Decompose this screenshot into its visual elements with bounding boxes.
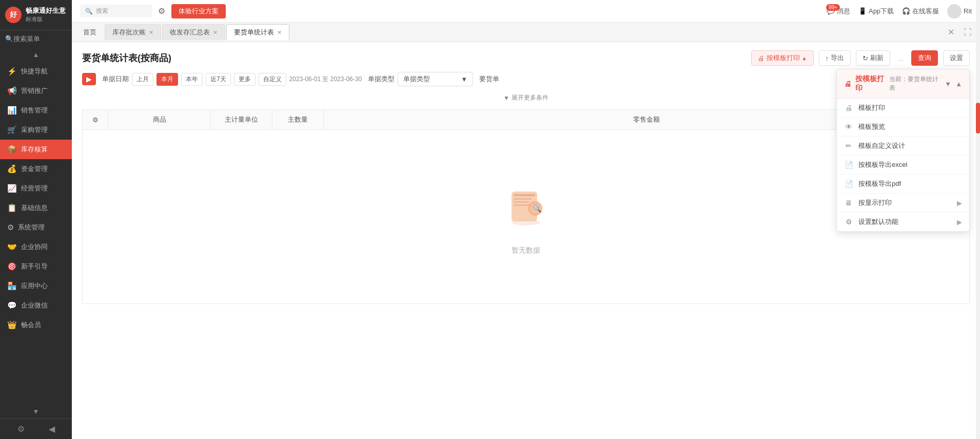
sidebar-item-basics[interactable]: 📋 基础信息: [0, 198, 72, 218]
sidebar-item-label: 企业微信: [21, 301, 48, 310]
date-custom-btn[interactable]: 自定义: [259, 73, 286, 86]
sidebar-item-label: 快捷导航: [21, 67, 48, 76]
col-unit: 主计量单位: [211, 110, 272, 129]
sidebar-item-member[interactable]: 👑 畅会员: [0, 315, 72, 335]
dropdown-sub-label: 设置默认功能: [858, 217, 898, 226]
sidebar-item-label: 资金管理: [21, 164, 48, 174]
more-actions-btn[interactable]: …: [895, 52, 906, 64]
sidebar-nav: ⚡ 快捷导航 📢 营销推广 📊 销售管理 🛒 采购管理 📦 库存核算 💰 资金管…: [0, 62, 72, 405]
sales-icon: 📊: [7, 106, 17, 115]
sidebar-item-apps[interactable]: 🏪 应用中心: [0, 276, 72, 296]
date-more-btn[interactable]: 更多: [234, 73, 256, 86]
sidebar-item-guide[interactable]: 🎯 新手引导: [0, 257, 72, 276]
dropdown-item-template-preview[interactable]: 👁 模板预览: [837, 118, 969, 137]
dropdown-item-template-custom[interactable]: ✏ 模板自定义设计: [837, 137, 969, 156]
date-filter-group: 单据日期 上月 本月 本年 近7天 更多 自定义 2023-06-01 至 20…: [102, 73, 362, 86]
tab-inventory-batch-label: 库存批次账: [112, 28, 146, 37]
tab-receivable-summary-close[interactable]: ✕: [213, 29, 218, 36]
tab-inventory-batch[interactable]: 库存批次账 ✕: [105, 24, 161, 40]
app-download-btn[interactable]: 📱 App下载: [858, 7, 894, 16]
sidebar-item-operations[interactable]: 📈 经营管理: [0, 179, 72, 198]
sidebar-item-finance[interactable]: 💰 资金管理: [0, 159, 72, 179]
filter-toggle-btn[interactable]: ▶: [82, 73, 96, 85]
tab-receivable-summary[interactable]: 收发存汇总表 ✕: [162, 24, 225, 40]
user-profile-btn[interactable]: Rit: [947, 4, 972, 18]
page-header: 要货单统计表(按商品) 🖨 按模板打印 ▲ ↑ 导出 ↻ 刷新 … 查询 设置: [72, 42, 980, 72]
trial-btn[interactable]: 体验行业方案: [171, 4, 226, 18]
template-print-icon: 🖨: [844, 104, 853, 112]
svg-rect-2: [514, 194, 535, 196]
tab-home[interactable]: 首页: [76, 25, 104, 40]
printer-icon: 🖨: [758, 54, 765, 62]
username: Rit: [964, 7, 972, 15]
order-type-select[interactable]: 单据类型 ▼: [398, 72, 473, 86]
dropdown-header-right: 当前：要货单统计表 ▼ ▲: [889, 75, 962, 92]
sidebar-item-quick-nav[interactable]: ⚡ 快捷导航: [0, 62, 72, 81]
app-name: 畅康通好生意: [26, 6, 66, 15]
member-icon: 👑: [7, 320, 17, 330]
footer-settings-btn[interactable]: ⚙: [17, 424, 25, 434]
tab-order-stats[interactable]: 要货单统计表 ✕: [226, 24, 289, 40]
sidebar-search[interactable]: 🔍 搜索菜单: [0, 30, 72, 48]
apps-icon: 🏪: [7, 281, 17, 291]
export-icon: ↑: [826, 54, 829, 62]
dropdown-close-icon[interactable]: ▲: [955, 80, 962, 88]
topbar-search[interactable]: 🔍 搜索: [80, 5, 152, 17]
sidebar-item-system[interactable]: ⚙ 系统管理: [0, 218, 72, 237]
print-template-btn[interactable]: 🖨 按模板打印 ▲: [751, 50, 814, 66]
dropdown-printer-icon: 🖨: [844, 80, 851, 88]
sidebar-item-collab[interactable]: 🤝 企业协同: [0, 237, 72, 257]
app-logo: 好 畅康通好生意 标准版: [0, 0, 72, 30]
app-download-label: App下载: [869, 7, 894, 16]
export-btn[interactable]: ↑ 导出: [819, 50, 851, 66]
sidebar-item-label: 库存核算: [21, 145, 48, 154]
page-title: 要货单统计表(按商品): [82, 52, 171, 64]
date-current-month-btn[interactable]: 本月: [156, 73, 178, 86]
date-last7days-btn[interactable]: 近7天: [206, 73, 231, 86]
svg-rect-4: [514, 201, 529, 203]
dropdown-item-export-pdf[interactable]: 📄 按模板导出pdf: [837, 175, 969, 194]
dropdown-item-template-print[interactable]: 🖨 模板打印: [837, 99, 969, 118]
sidebar-item-label: 销售管理: [21, 106, 48, 115]
template-custom-icon: ✏: [844, 142, 853, 150]
scroll-down-btn[interactable]: ▼: [0, 405, 72, 418]
sidebar-item-purchase[interactable]: 🛒 采购管理: [0, 120, 72, 140]
sidebar-item-wechat[interactable]: 💬 企业微信: [0, 296, 72, 315]
order-type-filter-group: 单据类型 单据类型 ▼: [368, 72, 473, 86]
sidebar-item-sales[interactable]: 📊 销售管理: [0, 101, 72, 120]
topbar-right: 💬 99+ 消息 📱 App下载 🎧 在线客服 Rit: [827, 4, 972, 18]
topbar-gear-icon[interactable]: ⚙: [158, 6, 165, 16]
col-settings[interactable]: ⚙: [83, 111, 108, 129]
dropdown-item-export-excel[interactable]: 📄 按模板导出excel: [837, 156, 969, 175]
sidebar-item-inventory[interactable]: 📦 库存核算: [0, 140, 72, 159]
dropdown-header-left: 🖨 按模板打印: [844, 74, 889, 93]
date-prev-month-btn[interactable]: 上月: [132, 73, 153, 86]
date-this-year-btn[interactable]: 本年: [181, 73, 203, 86]
tab-inventory-batch-close[interactable]: ✕: [149, 29, 153, 36]
tab-order-stats-close[interactable]: ✕: [277, 29, 282, 36]
online-service-btn[interactable]: 🎧 在线客服: [902, 7, 939, 16]
sidebar-item-marketing[interactable]: 📢 营销推广: [0, 81, 72, 101]
dropdown-sub-set-default[interactable]: ⚙ 设置默认功能 ▶: [837, 213, 969, 232]
topbar-search-icon: 🔍: [85, 8, 93, 15]
notification-badge: 99+: [826, 4, 840, 11]
export-pdf-icon: 📄: [844, 180, 853, 188]
scroll-up-btn[interactable]: ▲: [0, 48, 72, 62]
right-scrollbar[interactable]: [976, 0, 980, 439]
empty-text: 暂无数据: [512, 246, 540, 255]
sidebar-item-label: 营销推广: [21, 86, 48, 96]
refresh-btn[interactable]: ↻ 刷新: [856, 50, 890, 66]
tabbar: 首页 库存批次账 ✕ 收发存汇总表 ✕ 要货单统计表 ✕ ✕ ⛶: [72, 23, 980, 42]
window-close-btn[interactable]: ✕: [944, 25, 958, 39]
date-filter-label: 单据日期: [102, 74, 129, 84]
dropdown-sub-display-print[interactable]: 🖥 按显示打印 ▶: [837, 194, 969, 213]
sidebar: 好 畅康通好生意 标准版 🔍 搜索菜单 ▲ ⚡ 快捷导航 📢 营销推广 📊 销售…: [0, 0, 72, 439]
notification-btn[interactable]: 💬 99+ 消息: [827, 7, 850, 16]
settings-btn[interactable]: 设置: [943, 50, 970, 66]
query-btn[interactable]: 查询: [911, 50, 938, 66]
expand-filter-btn[interactable]: ▼ 展开更多条件: [499, 91, 553, 104]
topbar: 🔍 搜索 ⚙ 体验行业方案 💬 99+ 消息 📱 App下载 🎧 在线客服: [72, 0, 980, 23]
window-expand-btn[interactable]: ⛶: [959, 26, 976, 39]
footer-collapse-btn[interactable]: ◀: [49, 424, 55, 434]
order-type-chevron-icon: ▼: [461, 75, 467, 83]
